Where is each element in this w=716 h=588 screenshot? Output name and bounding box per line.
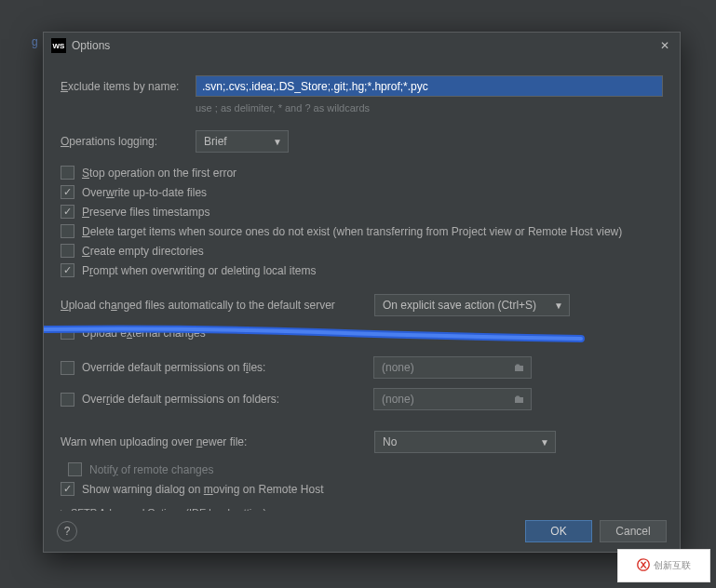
oplog-label: Operations logging: xyxy=(61,135,196,148)
sftp-advanced-disclosure[interactable]: ▶ SFTP Advanced Options (IDE level setti… xyxy=(61,507,663,511)
create-empty-checkbox[interactable] xyxy=(61,244,74,258)
overwrite-uptodate-label[interactable]: Overwrite up-to-date files xyxy=(82,186,207,199)
app-icon: WS xyxy=(51,38,66,53)
close-icon[interactable]: ✕ xyxy=(657,39,672,52)
overwrite-uptodate-checkbox[interactable] xyxy=(61,185,74,199)
upload-external-checkbox[interactable] xyxy=(61,326,74,340)
chevron-down-icon: ▼ xyxy=(273,137,282,147)
override-files-label[interactable]: Override default permissions on files: xyxy=(82,361,373,374)
folder-icon: 🖿 xyxy=(514,361,525,374)
warn-newer-select[interactable]: No▼ xyxy=(374,431,556,453)
notify-remote-checkbox[interactable] xyxy=(68,462,82,476)
titlebar: WS Options ✕ xyxy=(44,33,680,59)
show-warning-label[interactable]: Show warning dialog on moving on Remote … xyxy=(82,483,324,496)
chevron-down-icon: ▼ xyxy=(540,437,549,448)
files-perm-input[interactable]: (none)🖿 xyxy=(373,356,532,379)
prompt-overwrite-checkbox[interactable] xyxy=(61,263,74,277)
upload-auto-label: Upload changed files automatically to th… xyxy=(61,299,374,312)
triangle-right-icon: ▶ xyxy=(61,508,67,511)
oplog-select[interactable]: Brief▼ xyxy=(196,130,289,153)
create-empty-label[interactable]: Create empty directories xyxy=(82,245,204,258)
chevron-down-icon: ▼ xyxy=(554,301,563,311)
watermark: ⓧ创新互联 xyxy=(617,549,710,582)
upload-external-label[interactable]: Upload external changes xyxy=(82,327,206,340)
cancel-button[interactable]: Cancel xyxy=(600,520,667,542)
override-files-checkbox[interactable] xyxy=(61,361,74,375)
folder-icon: 🖿 xyxy=(514,393,525,406)
exclude-hint: use ; as delimiter, * and ? as wildcards xyxy=(196,102,663,114)
preserve-ts-label[interactable]: Preserve files timestamps xyxy=(82,206,209,219)
exclude-input[interactable] xyxy=(196,75,663,97)
delete-target-label[interactable]: Delete target items when source ones do … xyxy=(82,225,622,238)
override-folders-label[interactable]: Override default permissions on folders: xyxy=(82,393,373,406)
exclude-label: Exclude items by name: xyxy=(61,80,196,93)
override-folders-checkbox[interactable] xyxy=(61,393,74,407)
ok-button[interactable]: OK xyxy=(525,520,592,542)
upload-auto-select[interactable]: On explicit save action (Ctrl+S)▼ xyxy=(374,294,570,316)
preserve-ts-checkbox[interactable] xyxy=(61,205,74,219)
delete-target-checkbox[interactable] xyxy=(61,224,74,238)
stop-on-error-checkbox[interactable] xyxy=(61,166,74,180)
window-title: Options xyxy=(72,39,657,52)
options-dialog: WS Options ✕ Exclude items by name: use … xyxy=(43,32,681,553)
dialog-footer: ? OK Cancel xyxy=(44,511,680,552)
notify-remote-label[interactable]: Notify of remote changes xyxy=(89,463,213,476)
warn-newer-label: Warn when uploading over newer file: xyxy=(61,435,374,448)
show-warning-checkbox[interactable] xyxy=(61,482,74,496)
prompt-overwrite-label[interactable]: Prompt when overwriting or deleting loca… xyxy=(82,264,316,277)
stop-on-error-label[interactable]: Stop operation on the first error xyxy=(82,167,236,180)
help-button[interactable]: ? xyxy=(57,521,77,541)
folders-perm-input[interactable]: (none)🖿 xyxy=(373,388,532,410)
